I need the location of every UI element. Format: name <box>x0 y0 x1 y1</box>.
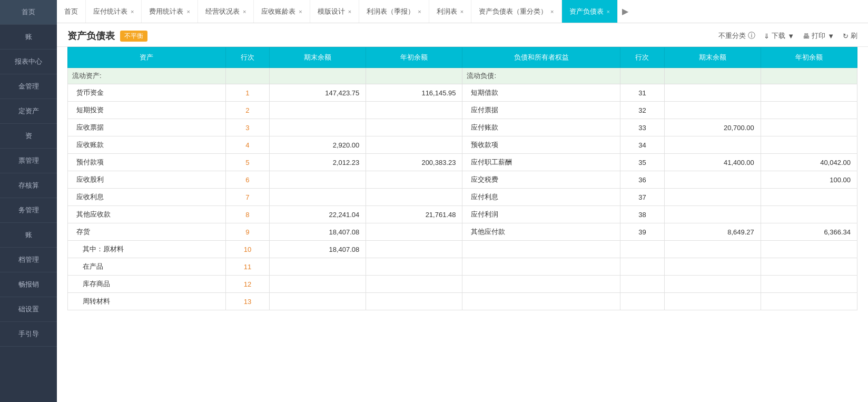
unbalanced-badge: 不平衡 <box>120 31 147 42</box>
balance-sheet-table: 资产 行次 期末余额 年初余额 负债和所有者权益 行次 期末余额 年初余额 流动… <box>67 47 857 310</box>
close-tab-payable-stats[interactable]: × <box>131 8 134 15</box>
table-row: 在产品 11 <box>68 258 857 276</box>
table-row: 其中：原材料 10 18,407.08 <box>68 241 857 258</box>
col-begin-balance-left: 年初余额 <box>366 47 462 68</box>
sidebar-item-account[interactable]: 账 <box>0 25 57 50</box>
tab-receivable-aging[interactable]: 应收账龄表 × <box>254 0 310 23</box>
table-row: 库存商品 12 <box>68 276 857 293</box>
sidebar-item-investment[interactable]: 资 <box>0 124 57 149</box>
sidebar-item-ledger[interactable]: 账 <box>0 223 57 248</box>
sidebar-item-report-center[interactable]: 报表中心 <box>0 50 57 74</box>
tab-payable-stats[interactable]: 应付统计表 × <box>86 0 142 23</box>
print-icon: 🖶 <box>803 32 810 40</box>
tab-profit[interactable]: 利润表 × <box>429 0 471 23</box>
print-chevron-icon: ▼ <box>827 32 834 40</box>
sidebar-item-tax-mgmt[interactable]: 务管理 <box>0 198 57 223</box>
tab-expense-stats[interactable]: 费用统计表 × <box>142 0 198 23</box>
col-begin-balance-right: 年初余额 <box>761 47 857 68</box>
table-row: 周转材料 13 <box>68 293 857 310</box>
section-header-current-assets: 流动资产: 流动负债: <box>68 68 857 84</box>
tab-template-design[interactable]: 模版设计 × <box>310 0 359 23</box>
no-reclassify-action[interactable]: 不重分类 ⓘ <box>718 31 755 41</box>
tab-operations[interactable]: 经营状况表 × <box>198 0 254 23</box>
table-row: 其他应收款 8 22,241.04 21,761.48 应付利润 38 <box>68 206 857 223</box>
table-row: 应收票据 3 应付账款 33 20,700.00 <box>68 119 857 136</box>
col-end-balance-right: 期末余额 <box>664 47 761 68</box>
sidebar-item-fund-mgmt[interactable]: 金管理 <box>0 74 57 99</box>
close-tab-balance-reclassify[interactable]: × <box>550 8 554 15</box>
sidebar-item-home[interactable]: 首页 <box>0 0 57 25</box>
download-action[interactable]: ⇓ 下载 ▼ <box>764 31 794 41</box>
refresh-icon: ↻ <box>843 32 849 40</box>
close-tab-operations[interactable]: × <box>243 8 246 15</box>
page-header: 资产负债表 不平衡 不重分类 ⓘ ⇓ 下载 ▼ 🖶 打印 ▼ ↻ 刷 <box>57 23 868 47</box>
close-tab-profit[interactable]: × <box>460 8 463 15</box>
table-row: 预付款项 5 2,012.23 200,383.23 应付职工薪酬 35 41,… <box>68 154 857 171</box>
tab-bar: 首页 应付统计表 × 费用统计表 × 经营状况表 × 应收账龄表 × 模版设计 … <box>57 0 868 23</box>
question-icon: ⓘ <box>748 31 755 41</box>
close-tab-receivable-aging[interactable]: × <box>299 8 302 15</box>
close-tab-balance-sheet[interactable]: × <box>607 8 610 15</box>
col-row-left: 行次 <box>225 47 269 68</box>
header-actions: 不重分类 ⓘ ⇓ 下载 ▼ 🖶 打印 ▼ ↻ 刷 <box>718 31 857 41</box>
sidebar: 首页 账 报表中心 金管理 定资产 资 票管理 存核算 务管理 账 档管理 畅报… <box>0 0 57 402</box>
sidebar-item-settings[interactable]: 础设置 <box>0 297 57 322</box>
col-liabilities: 负债和所有者权益 <box>462 47 620 68</box>
col-row-right: 行次 <box>620 47 664 68</box>
table-container: 资产 行次 期末余额 年初余额 负债和所有者权益 行次 期末余额 年初余额 流动… <box>57 47 868 402</box>
download-icon: ⇓ <box>764 32 770 40</box>
page-title-area: 资产负债表 不平衡 <box>67 30 147 42</box>
close-tab-template-design[interactable]: × <box>348 8 351 15</box>
tab-balance-reclassify[interactable]: 资产负债表（重分类） × <box>471 0 561 23</box>
sidebar-item-ticket-mgmt[interactable]: 票管理 <box>0 149 57 173</box>
table-row: 存货 9 18,407.08 其他应付款 39 8,649.27 6,366.3… <box>68 223 857 241</box>
refresh-action[interactable]: ↻ 刷 <box>843 31 857 41</box>
sidebar-item-fixed-assets[interactable]: 定资产 <box>0 99 57 124</box>
sidebar-item-guide[interactable]: 手引导 <box>0 322 57 347</box>
table-row: 应收账款 4 2,920.00 预收款项 34 <box>68 136 857 154</box>
tab-nav-arrow[interactable]: ▶ <box>618 6 633 16</box>
tab-balance-sheet[interactable]: 资产负债表 × <box>562 0 618 23</box>
tab-profit-quarterly[interactable]: 利润表（季报） × <box>359 0 429 23</box>
sidebar-item-expense[interactable]: 畅报销 <box>0 272 57 297</box>
table-row: 短期投资 2 应付票据 32 <box>68 102 857 119</box>
close-tab-expense-stats[interactable]: × <box>186 8 190 15</box>
sidebar-item-doc-mgmt[interactable]: 档管理 <box>0 248 57 272</box>
download-chevron-icon: ▼ <box>787 32 794 40</box>
table-row: 货币资金 1 147,423.75 116,145.95 短期借款 31 <box>68 84 857 102</box>
table-row: 应收股利 6 应交税费 36 100.00 <box>68 171 857 189</box>
sidebar-item-inventory[interactable]: 存核算 <box>0 173 57 198</box>
col-end-balance-left: 期末余额 <box>270 47 366 68</box>
main-content: 首页 应付统计表 × 费用统计表 × 经营状况表 × 应收账龄表 × 模版设计 … <box>57 0 868 402</box>
close-tab-profit-quarterly[interactable]: × <box>418 8 421 15</box>
tab-home[interactable]: 首页 <box>57 0 86 23</box>
print-action[interactable]: 🖶 打印 ▼ <box>803 31 834 41</box>
table-row: 应收利息 7 应付利息 37 <box>68 189 857 206</box>
page-title: 资产负债表 <box>67 30 115 42</box>
col-assets: 资产 <box>68 47 226 68</box>
